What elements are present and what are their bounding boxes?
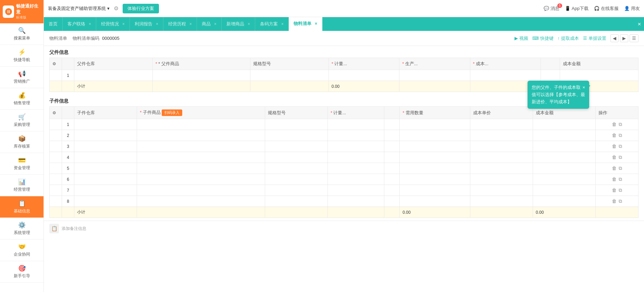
tab-close-icon[interactable]: ×: [89, 22, 91, 26]
child-row-warehouse[interactable]: [74, 119, 137, 130]
child-row-warehouse[interactable]: [74, 196, 137, 207]
tab-close-icon[interactable]: ×: [189, 22, 192, 26]
child-row-unit-cost[interactable]: [470, 141, 533, 152]
system-title-dropdown[interactable]: 装备及固定资产辅助管理系统 ▾: [48, 5, 110, 12]
online-support-button[interactable]: 🎧 在线客服: [594, 5, 619, 12]
tab-close-icon[interactable]: ×: [214, 22, 216, 26]
delete-icon[interactable]: 🗑: [612, 121, 617, 127]
trial-button[interactable]: 体验行业方案: [123, 4, 159, 13]
child-row-product[interactable]: [137, 185, 265, 196]
tab-goods[interactable]: 商品 ×: [197, 17, 222, 31]
single-settings-action[interactable]: ☰ 单据设置: [583, 35, 606, 42]
sidebar-item-guide[interactable]: 🎯 新手引导: [0, 261, 44, 283]
child-row-unit[interactable]: [327, 174, 384, 185]
delete-icon[interactable]: 🗑: [612, 154, 617, 160]
child-row-unit-cost[interactable]: [470, 185, 533, 196]
parent-row-unit[interactable]: [329, 70, 399, 81]
child-row-unit-cost[interactable]: [470, 163, 533, 174]
sidebar-item-basic[interactable]: 📋 基础信息: [0, 196, 44, 218]
tab-operation-history[interactable]: 经营历程 ×: [163, 17, 197, 31]
tab-operation-status[interactable]: 经营情况 ×: [96, 17, 130, 31]
tab-home[interactable]: 首页: [44, 17, 63, 31]
sidebar-item-operation[interactable]: 📊 经营管理: [0, 175, 44, 196]
user-menu[interactable]: 👤 用友: [624, 5, 640, 12]
child-row-product[interactable]: [137, 174, 265, 185]
copy-icon[interactable]: ⧉: [619, 176, 622, 182]
copy-icon[interactable]: ⧉: [619, 121, 622, 127]
child-row-product[interactable]: [137, 141, 265, 152]
child-row-spec[interactable]: [265, 174, 327, 185]
message-button[interactable]: 💬 消息 6: [544, 5, 559, 12]
sidebar-item-search[interactable]: 🔍 搜索菜单: [0, 23, 44, 45]
child-row-spec[interactable]: [265, 152, 327, 163]
child-row-unit[interactable]: [327, 141, 384, 152]
sidebar-item-quick-nav[interactable]: ⚡ 快捷导航: [0, 45, 44, 67]
parent-row-warehouse[interactable]: [74, 70, 153, 81]
child-row-qty[interactable]: [400, 174, 470, 185]
child-row-unit-cost[interactable]: [470, 130, 533, 141]
copy-icon[interactable]: ⧉: [619, 143, 622, 149]
child-row-unit[interactable]: [327, 119, 384, 130]
child-row-unit-cost[interactable]: [470, 174, 533, 185]
child-row-unit-cost[interactable]: [470, 196, 533, 207]
tab-close-icon[interactable]: ×: [248, 22, 250, 26]
tab-customer[interactable]: 客户联络 ×: [63, 17, 96, 31]
child-row-qty[interactable]: [400, 130, 470, 141]
tab-profit-report[interactable]: 利润报告 ×: [130, 17, 163, 31]
child-row-unit[interactable]: [327, 130, 384, 141]
nav-prev-button[interactable]: ◀: [610, 34, 619, 42]
parent-row-product[interactable]: [152, 70, 250, 81]
child-row-warehouse[interactable]: [74, 163, 137, 174]
shortcut-action[interactable]: ⌨ 快捷键: [532, 35, 554, 42]
delete-icon[interactable]: 🗑: [612, 198, 617, 204]
tab-barcode[interactable]: 条码方案 ×: [255, 17, 289, 31]
scan-input-button[interactable]: 扫码录入: [162, 109, 182, 116]
child-row-qty[interactable]: [400, 141, 470, 152]
child-row-warehouse[interactable]: [74, 185, 137, 196]
view-action[interactable]: ▶ 视频: [515, 35, 528, 42]
delete-icon[interactable]: 🗑: [612, 187, 617, 193]
child-row-warehouse[interactable]: [74, 130, 137, 141]
child-row-qty[interactable]: [400, 196, 470, 207]
copy-icon[interactable]: ⧉: [619, 187, 622, 193]
child-row-product[interactable]: [137, 130, 265, 141]
add-note-icon[interactable]: 📋: [49, 224, 59, 233]
tab-add-goods[interactable]: 新增商品 ×: [222, 17, 255, 31]
child-row-product[interactable]: [137, 163, 265, 174]
extract-cost-action[interactable]: ↑ 提取成本: [558, 35, 579, 42]
child-row-warehouse[interactable]: [74, 174, 137, 185]
child-row-spec[interactable]: [265, 119, 327, 130]
child-row-spec[interactable]: [265, 185, 327, 196]
tooltip-close-button[interactable]: ×: [582, 84, 585, 91]
tab-bom[interactable]: 物料清单 ×: [289, 17, 322, 31]
parent-row-spec[interactable]: [250, 70, 329, 81]
child-row-unit-cost[interactable]: [470, 119, 533, 130]
app-download-button[interactable]: 📱 App下载: [565, 5, 589, 12]
child-row-product[interactable]: [137, 196, 265, 207]
sidebar-item-marketing[interactable]: 📢 营销推广: [0, 67, 44, 88]
child-row-qty[interactable]: [400, 185, 470, 196]
settings-icon[interactable]: ⚙: [112, 4, 120, 13]
sidebar-item-finance[interactable]: 💳 资金管理: [0, 153, 44, 175]
child-row-unit[interactable]: [327, 185, 384, 196]
tab-nav-end[interactable]: ✕: [637, 22, 644, 27]
child-row-warehouse[interactable]: [74, 141, 137, 152]
child-row-spec[interactable]: [265, 130, 327, 141]
copy-icon[interactable]: ⧉: [619, 132, 622, 138]
sidebar-item-inventory[interactable]: 📦 库存核算: [0, 131, 44, 153]
copy-icon[interactable]: ⧉: [619, 154, 622, 160]
child-row-unit[interactable]: [327, 152, 384, 163]
sidebar-item-system[interactable]: ⚙️ 系统管理: [0, 218, 44, 240]
sidebar-item-sales[interactable]: 💰 销售管理: [0, 88, 44, 110]
parent-row-production[interactable]: [399, 70, 470, 81]
parent-row-cost[interactable]: [470, 70, 541, 81]
child-row-unit-cost[interactable]: [470, 152, 533, 163]
child-row-spec[interactable]: [265, 196, 327, 207]
child-row-spec[interactable]: [265, 141, 327, 152]
child-row-qty[interactable]: [400, 152, 470, 163]
child-row-spec[interactable]: [265, 163, 327, 174]
tab-close-icon[interactable]: ×: [156, 22, 158, 26]
nav-next-button[interactable]: ▶: [620, 34, 628, 42]
child-row-qty[interactable]: [400, 163, 470, 174]
child-row-unit[interactable]: [327, 163, 384, 174]
